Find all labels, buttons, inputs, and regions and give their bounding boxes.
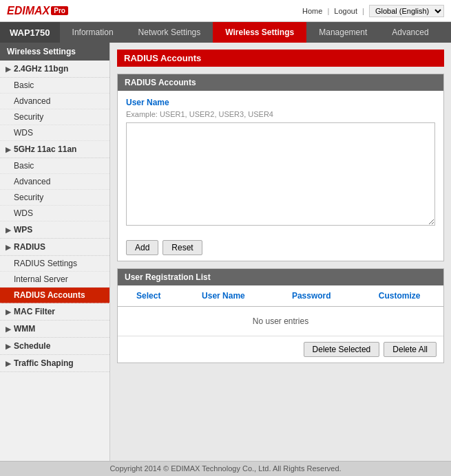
arrow-icon-5: ▶ bbox=[6, 146, 11, 153]
logout-link[interactable]: Logout bbox=[334, 7, 357, 15]
sidebar-item-5-basic[interactable]: Basic bbox=[0, 158, 109, 174]
arrow-icon-wps: ▶ bbox=[6, 226, 11, 234]
nav-network-settings[interactable]: Network Settings bbox=[126, 22, 213, 43]
nav-information[interactable]: Information bbox=[60, 22, 126, 43]
sidebar-item-5-wds[interactable]: WDS bbox=[0, 206, 109, 221]
footer-text: Copyright 2014 © EDIMAX Technology Co., … bbox=[109, 464, 341, 473]
top-links: Home | Logout | Global (English) bbox=[302, 5, 444, 17]
user-registration-card: User Registration List Select User Name … bbox=[117, 268, 444, 363]
sidebar-section-24ghz[interactable]: ▶ 2.4GHz 11bgn bbox=[0, 61, 109, 78]
sidebar-item-radius-accounts[interactable]: RADIUS Accounts bbox=[0, 288, 109, 303]
logo-edimax: EDIMAX bbox=[7, 5, 50, 17]
nav-device: WAP1750 bbox=[0, 22, 60, 43]
col-password: Password bbox=[267, 288, 355, 303]
logo-pro: Pro bbox=[51, 6, 68, 15]
page-header: RADIUS Accounts bbox=[117, 50, 444, 67]
arrow-icon-radius: ▶ bbox=[6, 244, 11, 251]
delete-selected-button[interactable]: Delete Selected bbox=[304, 342, 380, 357]
sidebar-item-5-advanced[interactable]: Advanced bbox=[0, 174, 109, 190]
sidebar-section-traffic-shaping[interactable]: ▶ Traffic Shaping bbox=[0, 355, 109, 372]
language-select[interactable]: Global (English) bbox=[369, 5, 444, 17]
delete-all-button[interactable]: Delete All bbox=[384, 342, 437, 357]
sidebar-section-wmm[interactable]: ▶ WMM bbox=[0, 321, 109, 338]
sidebar-section-5ghz[interactable]: ▶ 5GHz 11ac 11an bbox=[0, 141, 109, 158]
sidebar-title: Wireless Settings bbox=[0, 43, 109, 61]
nav-bar: WAP1750 Information Network Settings Wir… bbox=[0, 22, 451, 43]
arrow-icon-schedule: ▶ bbox=[6, 343, 11, 350]
no-entries-text: No user entries bbox=[118, 307, 443, 336]
add-button[interactable]: Add bbox=[126, 240, 158, 255]
arrow-icon: ▶ bbox=[6, 65, 11, 73]
footer: Copyright 2014 © EDIMAX Technology Co., … bbox=[0, 461, 451, 476]
sidebar-item-24-basic[interactable]: Basic bbox=[0, 78, 109, 94]
nav-management[interactable]: Management bbox=[306, 22, 379, 43]
radius-accounts-card-header: RADIUS Accounts bbox=[118, 74, 443, 91]
home-link[interactable]: Home bbox=[302, 7, 322, 15]
col-select: Select bbox=[118, 288, 179, 303]
username-label: User Name bbox=[126, 98, 435, 107]
arrow-icon-wmm: ▶ bbox=[6, 325, 11, 333]
username-hint: Example: USER1, USER2, USER3, USER4 bbox=[126, 110, 435, 118]
sidebar-item-24-wds[interactable]: WDS bbox=[0, 125, 109, 141]
username-textarea[interactable] bbox=[126, 122, 435, 226]
sidebar-item-24-advanced[interactable]: Advanced bbox=[0, 94, 109, 109]
radius-accounts-card: RADIUS Accounts User Name Example: USER1… bbox=[117, 74, 444, 261]
sidebar-item-internal-server[interactable]: Internal Server bbox=[0, 272, 109, 288]
col-username: User Name bbox=[179, 288, 267, 303]
sidebar-item-5-security[interactable]: Security bbox=[0, 190, 109, 206]
logo: EDIMAX Pro bbox=[7, 5, 68, 17]
content-area: RADIUS Accounts RADIUS Accounts User Nam… bbox=[110, 43, 451, 461]
sidebar-section-radius[interactable]: ▶ RADIUS bbox=[0, 239, 109, 256]
sidebar-section-mac-filter[interactable]: ▶ MAC Filter bbox=[0, 303, 109, 321]
col-customize: Customize bbox=[355, 288, 443, 303]
table-header-row: Select User Name Password Customize bbox=[118, 285, 443, 307]
sidebar: Wireless Settings ▶ 2.4GHz 11bgn Basic A… bbox=[0, 43, 110, 461]
reset-button[interactable]: Reset bbox=[162, 240, 202, 255]
nav-advanced[interactable]: Advanced bbox=[379, 22, 441, 43]
sidebar-item-radius-settings[interactable]: RADIUS Settings bbox=[0, 256, 109, 272]
nav-wireless-settings[interactable]: Wireless Settings bbox=[213, 22, 306, 43]
arrow-icon-traffic: ▶ bbox=[6, 360, 11, 367]
sidebar-section-schedule[interactable]: ▶ Schedule bbox=[0, 338, 109, 355]
sidebar-item-24-security[interactable]: Security bbox=[0, 109, 109, 125]
user-registration-header: User Registration List bbox=[118, 269, 443, 285]
table-footer: Delete Selected Delete All bbox=[118, 336, 443, 363]
arrow-icon-mac: ▶ bbox=[6, 308, 11, 316]
sidebar-section-wps[interactable]: ▶ WPS bbox=[0, 221, 109, 239]
